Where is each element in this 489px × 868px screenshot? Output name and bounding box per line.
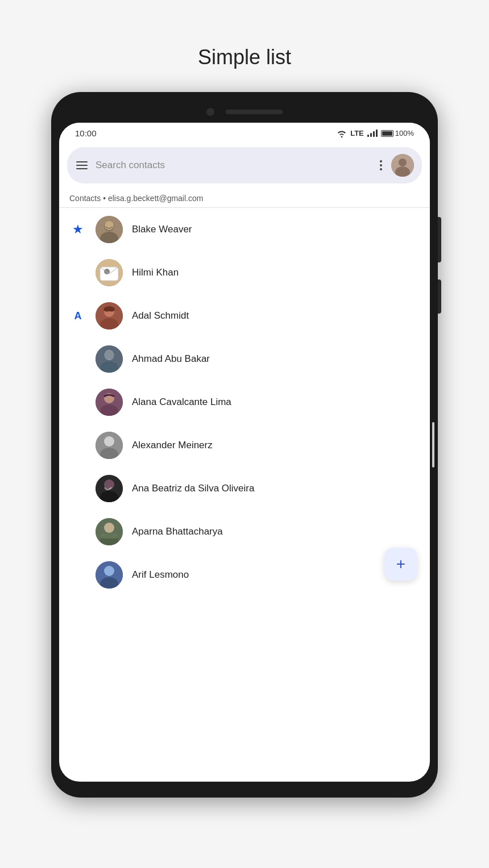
list-item[interactable]: Arif Lesmono bbox=[59, 553, 430, 596]
contact-name: Adal Schmidt bbox=[132, 310, 189, 322]
svg-point-23 bbox=[104, 436, 114, 446]
add-contact-button[interactable]: + bbox=[384, 548, 417, 581]
list-item[interactable]: Alexander Meinerz bbox=[59, 424, 430, 467]
list-item[interactable]: Ahmad Abu Bakar bbox=[59, 337, 430, 381]
list-item[interactable]: Aparna Bhattacharya bbox=[59, 510, 430, 553]
svg-point-33 bbox=[104, 566, 114, 576]
contact-name: Alana Cavalcante Lima bbox=[132, 397, 231, 408]
page-title: Simple list bbox=[198, 45, 291, 69]
section-letter-label: A bbox=[74, 310, 82, 322]
section-star: ★ bbox=[69, 222, 86, 237]
menu-line-2 bbox=[76, 165, 88, 166]
contact-name: Ahmad Abu Bakar bbox=[132, 353, 210, 365]
list-item[interactable]: Hilmi Khan bbox=[59, 251, 430, 294]
search-bar[interactable]: Search contacts bbox=[67, 147, 422, 183]
more-dot-1 bbox=[380, 160, 382, 162]
plus-icon: + bbox=[396, 556, 405, 572]
svg-rect-31 bbox=[101, 534, 117, 539]
svg-point-18 bbox=[103, 350, 115, 360]
list-item[interactable]: Alana Cavalcante Lima bbox=[59, 381, 430, 424]
contact-name: Arif Lesmono bbox=[132, 569, 189, 581]
svg-point-29 bbox=[104, 523, 114, 533]
contact-avatar bbox=[96, 259, 123, 286]
search-input[interactable]: Search contacts bbox=[96, 160, 371, 171]
contact-name: Alexander Meinerz bbox=[132, 440, 213, 451]
star-icon: ★ bbox=[72, 222, 84, 237]
list-item[interactable]: A Adal Schmidt bbox=[59, 294, 430, 337]
phone-screen: 10:00 LTE bbox=[59, 123, 430, 782]
lte-label: LTE bbox=[350, 129, 364, 137]
more-dot-3 bbox=[380, 168, 382, 170]
contact-avatar bbox=[96, 389, 123, 416]
search-bar-container: Search contacts bbox=[59, 141, 430, 188]
menu-button[interactable] bbox=[75, 160, 89, 170]
menu-line-1 bbox=[76, 161, 88, 162]
contact-avatar bbox=[96, 518, 123, 545]
account-info: Contacts • elisa.g.beckett@gmail.com bbox=[59, 188, 430, 208]
front-camera bbox=[206, 108, 214, 116]
avatar-initials bbox=[391, 154, 414, 177]
status-bar: 10:00 LTE bbox=[59, 123, 430, 141]
contact-avatar bbox=[96, 432, 123, 459]
scroll-indicator bbox=[432, 422, 434, 468]
more-options-button[interactable] bbox=[378, 158, 384, 173]
battery-icon: 100% bbox=[381, 129, 414, 137]
contact-name: Ana Beatriz da Silva Oliveira bbox=[132, 483, 254, 494]
svg-point-1 bbox=[399, 158, 407, 166]
battery-percent: 100% bbox=[395, 129, 414, 137]
contact-list: ★ Blake Weaver bbox=[59, 208, 430, 596]
menu-line-3 bbox=[76, 168, 88, 169]
section-letter-a: A bbox=[69, 310, 86, 322]
phone-shell: 10:00 LTE bbox=[51, 92, 438, 798]
contact-avatar bbox=[96, 216, 123, 243]
status-icons: LTE 100% bbox=[337, 129, 414, 137]
contact-name: Hilmi Khan bbox=[132, 267, 179, 278]
contact-name: Aparna Bhattacharya bbox=[132, 526, 223, 537]
signal-icon bbox=[367, 130, 378, 137]
contact-avatar bbox=[96, 302, 123, 329]
contact-avatar bbox=[96, 561, 123, 589]
list-item[interactable]: Ana Beatriz da Silva Oliveira bbox=[59, 467, 430, 510]
user-avatar[interactable] bbox=[391, 154, 414, 177]
list-item[interactable]: ★ Blake Weaver bbox=[59, 208, 430, 251]
wifi-icon bbox=[337, 130, 347, 137]
status-time: 10:00 bbox=[75, 128, 97, 138]
phone-top-bar bbox=[59, 108, 430, 116]
more-dot-2 bbox=[380, 164, 382, 166]
speaker-grille bbox=[226, 110, 283, 114]
contact-avatar bbox=[96, 475, 123, 502]
contact-name: Blake Weaver bbox=[132, 224, 192, 235]
contact-avatar bbox=[96, 345, 123, 373]
account-label: Contacts • elisa.g.beckett@gmail.com bbox=[69, 194, 203, 203]
